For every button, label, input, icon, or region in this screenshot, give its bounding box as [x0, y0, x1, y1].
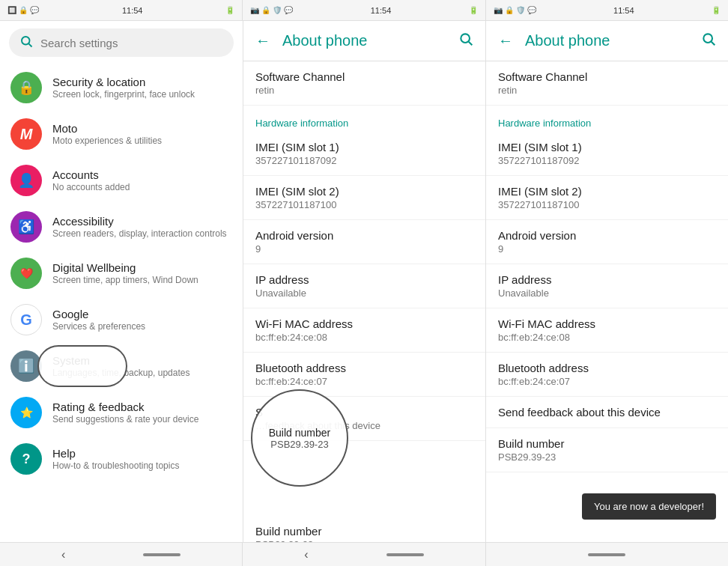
status-icon-1: 🔲: [7, 6, 16, 14]
system-highlight-circle: [37, 345, 127, 387]
wifi-title-mid: Wi-Fi MAC address: [255, 317, 473, 330]
security-icon: 🔒: [10, 72, 42, 103]
status-segment-3: 📷 🔒 🛡️ 💬 11:54 🔋: [486, 0, 728, 20]
digitalwellbeing-icon: ❤️: [10, 258, 42, 289]
status-icon-6: 🛡️: [273, 6, 282, 14]
status-time-3: 11:54: [613, 6, 634, 15]
back-button-middle[interactable]: ←: [255, 32, 270, 49]
status-segment-2: 📷 🔒 🛡️ 💬 11:54 🔋: [243, 0, 485, 20]
ip-title-right: IP address: [498, 273, 716, 286]
about-item-software-channel-mid[interactable]: Software Channel retin: [243, 61, 485, 106]
about-item-software-channel-right[interactable]: Software Channel retin: [486, 61, 728, 106]
imei2-value-right: 357227101187100: [498, 199, 716, 210]
help-subtitle: How-to & troubleshooting topics: [52, 460, 232, 471]
software-value-right: retin: [498, 85, 716, 96]
imei1-value-mid: 357227101187092: [255, 155, 473, 166]
help-icon: ?: [10, 443, 42, 475]
accessibility-subtitle: Screen readers, display, interaction con…: [52, 228, 232, 239]
about-search-icon-middle[interactable]: [458, 31, 473, 50]
about-item-wifi-mid[interactable]: Wi-Fi MAC address bc:ff:eb:24:ce:08: [243, 308, 485, 353]
ip-title-mid: IP address: [255, 273, 473, 286]
about-item-bt-mid[interactable]: Bluetooth address bc:ff:eb:24:ce:07: [243, 353, 485, 397]
moto-subtitle: Moto experiences & utilities: [52, 136, 232, 146]
nav-pill-1: [143, 553, 181, 556]
settings-item-system[interactable]: ℹ️ System Languages, time, backup, updat…: [0, 343, 243, 389]
about-content-right: Software Channel retin Hardware informat…: [486, 61, 728, 542]
right-panel-wrapper: ← About phone Software Channel retin Har…: [486, 21, 728, 542]
status-icon-9: 🔒: [505, 6, 514, 14]
accessibility-icon: ♿: [10, 211, 42, 243]
svg-point-0: [22, 37, 30, 45]
google-icon: G: [10, 304, 42, 335]
status-icon-3: 💬: [30, 6, 39, 14]
bt-value-mid: bc:ff:eb:24:ce:07: [255, 376, 473, 387]
about-item-feedback-right[interactable]: Send feedback about this device: [486, 397, 728, 428]
about-search-icon-right[interactable]: [701, 31, 716, 50]
back-button-right[interactable]: ←: [498, 32, 513, 49]
digitalwellbeing-text: Digital Wellbeing Screen time, app timer…: [52, 261, 232, 285]
settings-item-accessibility[interactable]: ♿ Accessibility Screen readers, display,…: [0, 204, 243, 250]
toast-notification: You are now a developer!: [582, 493, 716, 520]
build-number-title: Build number: [269, 427, 331, 439]
battery-icon-2: 🔋: [469, 6, 478, 14]
about-item-feedback-mid[interactable]: S …feedback about this device Build numb…: [243, 397, 485, 441]
status-icon-11: 💬: [527, 6, 536, 14]
imei1-title-mid: IMEI (SIM slot 1): [255, 141, 473, 153]
accounts-icon: 👤: [10, 165, 42, 196]
settings-list: 🔒 Security & location Screen lock, finge…: [0, 64, 243, 542]
search-input[interactable]: [40, 37, 223, 49]
status-left-icons-2: 📷 🔒 🛡️ 💬: [250, 6, 293, 14]
android-value-mid: 9: [255, 243, 473, 255]
moto-icon: M: [10, 118, 42, 150]
build-title-right: Build number: [498, 437, 716, 450]
settings-item-digitalwellbeing[interactable]: ❤️ Digital Wellbeing Screen time, app ti…: [0, 250, 243, 296]
about-item-ip-mid[interactable]: IP address Unavailable: [243, 264, 485, 308]
about-title-right: About phone: [525, 32, 701, 49]
imei2-title-mid: IMEI (SIM slot 2): [255, 185, 473, 198]
settings-item-moto[interactable]: M Moto Moto experiences & utilities: [0, 111, 243, 157]
about-title-middle: About phone: [282, 32, 458, 49]
imei1-value-right: 357227101187092: [498, 155, 716, 166]
settings-item-rating[interactable]: ⭐ Rating & feedback Send suggestions & r…: [0, 389, 243, 436]
build-value-right: PSB29.39-23: [498, 451, 716, 463]
feedback-title-right: Send feedback about this device: [498, 406, 716, 419]
search-bar[interactable]: [9, 28, 234, 57]
wifi-title-right: Wi-Fi MAC address: [498, 317, 716, 330]
about-item-imei2-right[interactable]: IMEI (SIM slot 2) 357227101187100: [486, 176, 728, 220]
about-item-android-mid[interactable]: Android version 9: [243, 220, 485, 264]
accounts-text: Accounts No accounts added: [52, 168, 232, 192]
nav-back-1[interactable]: ‹: [61, 548, 65, 562]
about-item-imei1-right[interactable]: IMEI (SIM slot 1) 357227101187092: [486, 132, 728, 176]
about-item-ip-right[interactable]: IP address Unavailable: [486, 264, 728, 308]
about-item-value: retin: [255, 85, 473, 96]
status-icon-2: 🔒: [19, 6, 28, 14]
ip-value-right: Unavailable: [498, 287, 716, 299]
nav-pill-2: [386, 553, 424, 556]
accounts-title: Accounts: [52, 168, 232, 181]
about-item-build-right[interactable]: Build number PSB29.39-23: [486, 428, 728, 472]
status-time-1: 11:54: [122, 6, 143, 15]
search-icon: [19, 34, 33, 51]
nav-segment-3: [486, 543, 728, 566]
about-item-bt-right[interactable]: Bluetooth address bc:ff:eb:24:ce:07: [486, 353, 728, 397]
about-item-build-mid[interactable]: Build number PSB29.39-23: [243, 516, 485, 542]
nav-back-2[interactable]: ‹: [304, 548, 308, 562]
settings-item-google[interactable]: G Google Services & preferences: [0, 296, 243, 343]
about-item-imei2-mid[interactable]: IMEI (SIM slot 2) 357227101187100: [243, 176, 485, 220]
about-item-android-right[interactable]: Android version 9: [486, 220, 728, 264]
settings-item-security[interactable]: 🔒 Security & location Screen lock, finge…: [0, 64, 243, 111]
settings-item-help[interactable]: ? Help How-to & troubleshooting topics: [0, 436, 243, 482]
svg-line-5: [712, 42, 715, 46]
settings-panel: 🔒 Security & location Screen lock, finge…: [0, 21, 243, 542]
status-bar: 🔲 🔒 💬 11:54 🔋 📷 🔒 🛡️ 💬 11:54 🔋 📷 🔒 🛡️ 💬 …: [0, 0, 728, 21]
about-item-imei1-mid[interactable]: IMEI (SIM slot 1) 357227101187092: [243, 132, 485, 176]
security-subtitle: Screen lock, fingerprint, face unlock: [52, 89, 232, 100]
svg-line-1: [28, 43, 31, 46]
help-title: Help: [52, 447, 232, 460]
nav-segment-1: ‹: [0, 543, 243, 566]
about-item-wifi-right[interactable]: Wi-Fi MAC address bc:ff:eb:24:ce:08: [486, 308, 728, 353]
moto-text: Moto Moto experiences & utilities: [52, 122, 232, 146]
settings-item-accounts[interactable]: 👤 Accounts No accounts added: [0, 157, 243, 204]
hardware-info-header-mid: Hardware information: [243, 106, 485, 132]
google-text: Google Services & preferences: [52, 308, 232, 332]
